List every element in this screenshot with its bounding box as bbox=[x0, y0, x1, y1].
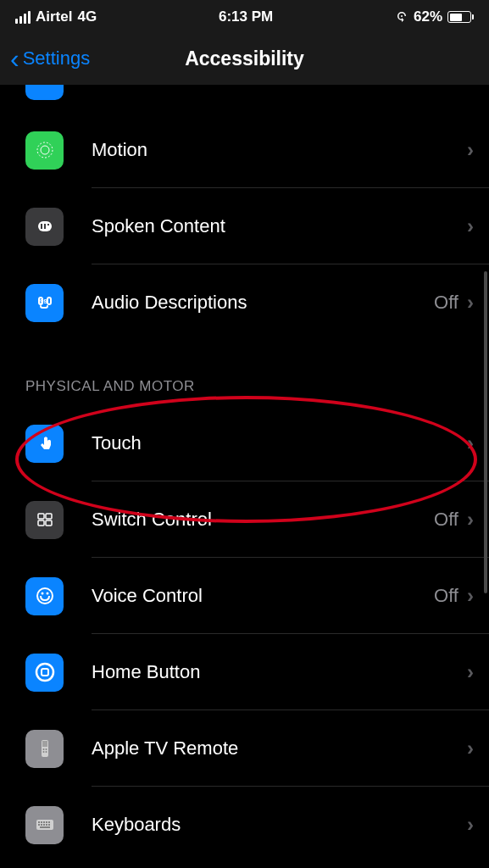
svg-point-21 bbox=[42, 751, 44, 753]
svg-point-13 bbox=[41, 593, 43, 595]
svg-point-1 bbox=[37, 142, 53, 158]
list-row-partial bbox=[25, 85, 489, 112]
svg-rect-5 bbox=[44, 224, 46, 229]
svg-rect-11 bbox=[46, 520, 52, 526]
list-row-voice-control[interactable]: Voice Control Off › bbox=[0, 558, 489, 634]
signal-strength-icon bbox=[15, 11, 31, 24]
list-row-touch[interactable]: Touch › bbox=[0, 405, 489, 481]
network-type-label: 4G bbox=[77, 8, 97, 25]
svg-point-22 bbox=[45, 751, 47, 753]
svg-rect-25 bbox=[41, 821, 42, 823]
list-row-switch-control[interactable]: Switch Control Off › bbox=[0, 481, 489, 558]
chevron-right-icon: › bbox=[467, 214, 474, 238]
page-title: Accessibility bbox=[185, 47, 304, 70]
svg-rect-34 bbox=[40, 826, 50, 828]
spoken-content-icon bbox=[25, 208, 64, 246]
row-value: Off bbox=[434, 292, 458, 314]
svg-rect-10 bbox=[38, 520, 44, 526]
row-label: Motion bbox=[92, 139, 467, 161]
list-row-audio-descriptions[interactable]: 99 Audio Descriptions Off › bbox=[0, 264, 489, 341]
section-header-physical: PHYSICAL AND MOTOR bbox=[0, 341, 489, 405]
voice-control-icon bbox=[25, 577, 64, 615]
row-value: Off bbox=[434, 585, 458, 607]
chevron-left-icon: ‹ bbox=[10, 45, 19, 72]
chevron-right-icon: › bbox=[467, 737, 474, 760]
svg-point-20 bbox=[45, 748, 47, 750]
battery-icon bbox=[447, 11, 474, 23]
row-label: Switch Control bbox=[92, 509, 434, 531]
audio-descriptions-icon: 99 bbox=[25, 284, 64, 322]
row-label: Audio Descriptions bbox=[92, 292, 434, 314]
chevron-right-icon: › bbox=[467, 813, 474, 837]
svg-point-19 bbox=[42, 748, 44, 750]
status-right: 62% bbox=[395, 8, 474, 25]
chevron-right-icon: › bbox=[467, 291, 474, 314]
svg-point-2 bbox=[41, 146, 49, 154]
svg-rect-16 bbox=[42, 669, 48, 676]
back-button[interactable]: ‹ Settings bbox=[10, 45, 90, 72]
list-row-home-button[interactable]: Home Button › bbox=[0, 634, 489, 710]
row-label: Touch bbox=[92, 432, 467, 454]
svg-rect-18 bbox=[42, 741, 47, 747]
switch-control-icon bbox=[25, 501, 64, 539]
svg-rect-27 bbox=[46, 821, 47, 823]
scrollbar[interactable] bbox=[484, 271, 487, 593]
chevron-right-icon: › bbox=[467, 584, 474, 608]
svg-rect-24 bbox=[38, 821, 40, 823]
row-label: Spoken Content bbox=[92, 215, 467, 237]
partial-icon bbox=[25, 85, 64, 100]
svg-text:99: 99 bbox=[40, 298, 47, 305]
chevron-right-icon: › bbox=[467, 660, 474, 684]
svg-rect-4 bbox=[41, 224, 42, 229]
back-button-label: Settings bbox=[23, 47, 91, 70]
svg-rect-30 bbox=[41, 824, 42, 826]
svg-point-0 bbox=[401, 15, 403, 17]
status-left: Airtel 4G bbox=[15, 8, 97, 25]
svg-rect-6 bbox=[47, 224, 49, 225]
list-row-keyboards[interactable]: Keyboards › bbox=[0, 787, 489, 863]
svg-rect-32 bbox=[46, 824, 47, 826]
svg-point-12 bbox=[37, 588, 53, 604]
home-button-icon bbox=[25, 654, 64, 692]
carrier-label: Airtel bbox=[36, 8, 72, 25]
svg-rect-28 bbox=[48, 821, 50, 823]
chevron-right-icon: › bbox=[467, 508, 474, 531]
row-label: Voice Control bbox=[92, 585, 434, 607]
row-value: Off bbox=[434, 509, 458, 531]
list-row-spoken-content[interactable]: Spoken Content › bbox=[0, 188, 489, 264]
chevron-right-icon: › bbox=[467, 431, 474, 455]
row-label: Apple TV Remote bbox=[92, 737, 467, 760]
row-label: Home Button bbox=[92, 661, 467, 683]
rotation-lock-icon bbox=[395, 10, 408, 24]
svg-rect-31 bbox=[43, 824, 45, 826]
chevron-right-icon: › bbox=[467, 138, 474, 162]
status-time: 6:13 PM bbox=[219, 8, 273, 25]
svg-rect-9 bbox=[46, 514, 52, 519]
battery-percent-label: 62% bbox=[414, 8, 442, 25]
touch-icon bbox=[25, 425, 64, 463]
apple-tv-remote-icon bbox=[25, 730, 64, 768]
status-bar: Airtel 4G 6:13 PM 62% bbox=[0, 0, 489, 32]
svg-rect-26 bbox=[43, 821, 45, 823]
svg-rect-33 bbox=[48, 824, 50, 826]
list-row-motion[interactable]: Motion › bbox=[0, 112, 489, 188]
svg-rect-29 bbox=[38, 824, 40, 826]
svg-point-14 bbox=[46, 593, 48, 595]
motion-icon bbox=[25, 131, 64, 170]
row-label: Keyboards bbox=[92, 814, 467, 836]
keyboards-icon bbox=[25, 806, 64, 844]
svg-point-15 bbox=[36, 664, 53, 681]
list-row-apple-tv-remote[interactable]: Apple TV Remote › bbox=[0, 710, 489, 787]
settings-list[interactable]: Motion › Spoken Content › 99 Audio Descr… bbox=[0, 85, 489, 863]
svg-rect-8 bbox=[38, 514, 44, 519]
navigation-bar: ‹ Settings Accessibility bbox=[0, 32, 489, 85]
